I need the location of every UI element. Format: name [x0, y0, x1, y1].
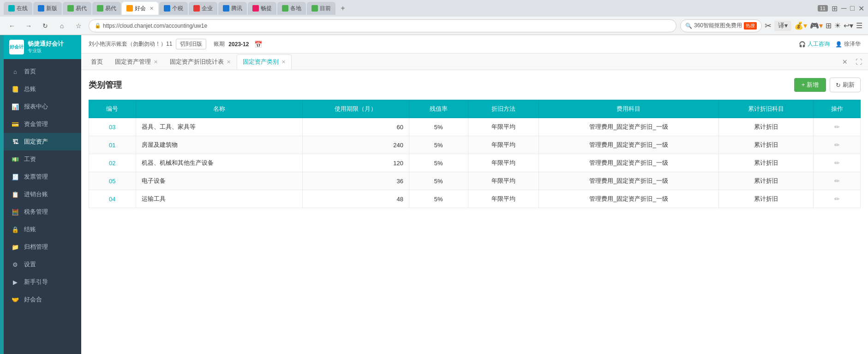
- search-box[interactable]: 🔍 360智能抠图免费用 热搜: [680, 19, 762, 32]
- cell-expense-0: 管理费用_固定资产折旧_一级: [539, 118, 719, 136]
- cell-expense-1: 管理费用_固定资产折旧_一级: [539, 136, 719, 154]
- tab-close-category[interactable]: ✕: [281, 59, 286, 65]
- home-icon: ⌂: [11, 67, 19, 76]
- reload-button[interactable]: ↻: [39, 19, 52, 32]
- new-tab-button[interactable]: +: [336, 2, 349, 15]
- cell-method-0: 年限平均: [468, 118, 539, 136]
- sidebar-item-invoice[interactable]: 🧾 发票管理: [4, 168, 81, 186]
- table-row: 02 机器、机械和其他生产设备 120 5% 年限平均 管理费用_固定资产折旧_…: [89, 154, 861, 172]
- sidebar-item-cooperation[interactable]: 🤝 好会合: [4, 291, 81, 308]
- sidebar-item-tax[interactable]: 🧮 税务管理: [4, 203, 81, 221]
- refresh-icon: ↻: [836, 82, 841, 89]
- report-icon: 📊: [11, 102, 19, 111]
- category-table: 编号 名称 使用期限（月） 残值率 折旧方法 费用科目 累计折旧科目 操作 03…: [89, 100, 861, 208]
- tab-asset-category[interactable]: 固定资产类别 ✕: [237, 54, 292, 69]
- lock-icon: 🔒: [95, 23, 101, 29]
- sidebar-item-salary[interactable]: 💵 工资: [4, 150, 81, 168]
- cell-residual-3: 5%: [409, 172, 468, 190]
- cell-name-0: 器具、工具、家具等: [136, 118, 302, 136]
- cell-action-1[interactable]: ✏: [814, 136, 861, 154]
- user-avatar-icon: 👤: [835, 41, 842, 48]
- company-name: 刘小艳演示账套（勿删勿动！）11: [89, 40, 172, 48]
- maximize-icon[interactable]: □: [850, 4, 855, 12]
- sidebar-item-close-account[interactable]: 🔒 结账: [4, 221, 81, 238]
- cell-action-3[interactable]: ✏: [814, 172, 861, 190]
- brightness-icon[interactable]: ☀: [834, 21, 841, 30]
- close-account-icon: 🔒: [11, 225, 19, 234]
- address-bar: ← → ↻ ⌂ ☆ 🔒 https://cloud.chanjet.com/ac…: [0, 17, 868, 35]
- cell-accum-1: 累计折旧: [718, 136, 813, 154]
- scissors-icon[interactable]: ✂: [765, 21, 772, 31]
- back-button[interactable]: ←: [6, 19, 18, 32]
- sidebar-item-asset[interactable]: 🏗 固定资产: [4, 133, 81, 150]
- tab-asset-management[interactable]: 固定资产管理 ✕: [109, 54, 164, 69]
- sidebar-item-archive[interactable]: 📁 归档管理: [4, 238, 81, 256]
- cell-action-2[interactable]: ✏: [814, 154, 861, 172]
- browser-tab-2[interactable]: 易代: [63, 2, 91, 15]
- sidebar-item-guide[interactable]: ▶ 新手引导: [4, 273, 81, 291]
- browser-tab-10[interactable]: 目前: [307, 2, 335, 15]
- browser-tab-close-4[interactable]: ✕: [150, 6, 154, 12]
- browser-tab-9[interactable]: 各地: [277, 2, 306, 15]
- col-period: 使用期限（月）: [302, 100, 409, 118]
- page-header: 类别管理 + 新增 ↻ 刷新: [89, 78, 861, 92]
- browser-tab-4[interactable]: 好会 ✕: [122, 2, 158, 15]
- browser-tab-6[interactable]: 企业: [189, 2, 217, 15]
- page-tab-nav: 首页 固定资产管理 ✕ 固定资产折旧统计表 ✕ 固定资产类别 ✕ ✕ ⛶: [81, 54, 868, 70]
- tab-close-depreciation[interactable]: ✕: [227, 59, 231, 65]
- menu-icon[interactable]: ☰: [856, 21, 862, 30]
- cell-code-1: 01: [89, 136, 136, 154]
- fund-icon: 💳: [11, 120, 19, 128]
- forward-button[interactable]: →: [22, 19, 35, 32]
- browser-tab-0[interactable]: 在线: [4, 2, 32, 15]
- edit-icon-3[interactable]: ✏: [834, 177, 840, 185]
- sidebar-item-home[interactable]: ⌂ 首页: [4, 63, 81, 80]
- app-container: 好会计 畅捷通好会计 专业版 ⌂ 首页 📒 总账 📊 报表中心 💳 资金管理: [0, 35, 868, 354]
- support-link[interactable]: 🎧 人工咨询: [799, 40, 830, 48]
- game-icon[interactable]: 🎮▾: [810, 21, 823, 30]
- browser-tab-8[interactable]: 畅提: [248, 2, 276, 15]
- close-tab-button[interactable]: ✕: [839, 56, 850, 67]
- calendar-icon[interactable]: 📅: [254, 41, 262, 48]
- left-accent-bar: [0, 35, 4, 354]
- cell-action-4[interactable]: ✏: [814, 190, 861, 208]
- col-code: 编号: [89, 100, 136, 118]
- url-bar[interactable]: 🔒 https://cloud.chanjet.com/accounting/u…: [89, 19, 676, 32]
- edit-icon-1[interactable]: ✏: [834, 141, 840, 149]
- sidebar-item-ledger[interactable]: 📒 总账: [4, 80, 81, 98]
- home-button[interactable]: ⌂: [55, 19, 68, 32]
- sidebar-item-settings[interactable]: ⚙ 设置: [4, 256, 81, 273]
- undo-icon[interactable]: ↩▾: [844, 21, 853, 30]
- sidebar-item-report[interactable]: 📊 报表中心: [4, 98, 81, 115]
- browser-tab-1[interactable]: 新版: [33, 2, 62, 15]
- period-label: 账期: [214, 40, 225, 48]
- minimize-icon[interactable]: ─: [841, 4, 846, 12]
- browser-tab-7[interactable]: 腾讯: [218, 2, 247, 15]
- edit-icon-2[interactable]: ✏: [834, 159, 840, 167]
- expand-tab-button[interactable]: ⛶: [853, 56, 864, 67]
- sidebar-item-fund[interactable]: 💳 资金管理: [4, 115, 81, 133]
- star-button[interactable]: ☆: [72, 19, 85, 32]
- tab-home[interactable]: 首页: [85, 54, 109, 69]
- translate-icon[interactable]: 译▾: [774, 21, 791, 31]
- grid-icon[interactable]: ⊞: [826, 21, 832, 30]
- tab-manage-icon[interactable]: ⊞: [832, 4, 838, 13]
- close-window-icon[interactable]: ✕: [858, 4, 864, 13]
- switch-version-button[interactable]: 切到旧版: [176, 39, 206, 49]
- hot-badge: 热搜: [744, 22, 757, 30]
- cell-action-0[interactable]: ✏: [814, 118, 861, 136]
- browser-tab-5[interactable]: 个税: [159, 2, 188, 15]
- cell-expense-4: 管理费用_固定资产折旧_一级: [539, 190, 719, 208]
- cell-method-2: 年限平均: [468, 154, 539, 172]
- sidebar-item-purchase[interactable]: 📋 进销台账: [4, 186, 81, 203]
- tab-close-asset-management[interactable]: ✕: [154, 59, 158, 65]
- tab-depreciation-table[interactable]: 固定资产折旧统计表 ✕: [164, 54, 237, 69]
- edit-icon-0[interactable]: ✏: [834, 123, 840, 131]
- browser-tab-3[interactable]: 易代: [92, 2, 121, 15]
- sidebar: 好会计 畅捷通好会计 专业版 ⌂ 首页 📒 总账 📊 报表中心 💳 资金管理: [4, 35, 81, 354]
- add-button[interactable]: + 新增: [794, 78, 826, 92]
- edit-icon-4[interactable]: ✏: [834, 195, 840, 203]
- wallet-icon[interactable]: 💰▾: [794, 21, 807, 30]
- refresh-button[interactable]: ↻ 刷新: [830, 78, 861, 92]
- cell-residual-4: 5%: [409, 190, 468, 208]
